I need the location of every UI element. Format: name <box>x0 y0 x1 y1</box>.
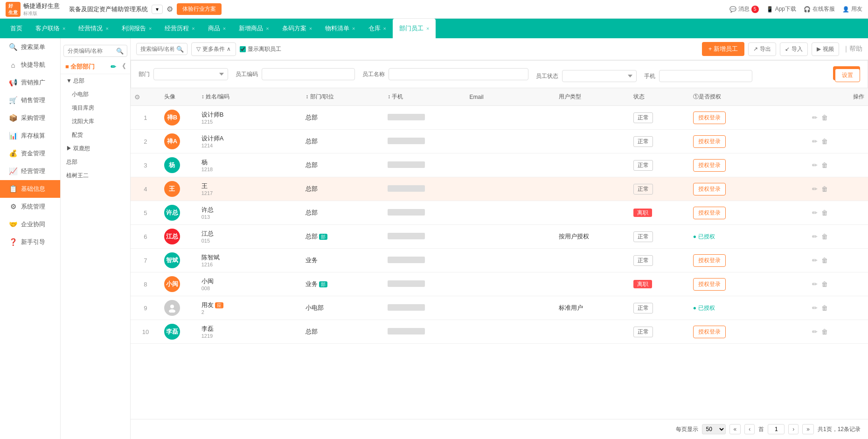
status-filter-select[interactable] <box>562 70 637 82</box>
sidebar-item-sales[interactable]: 🛒 销售管理 <box>0 91 60 109</box>
messages-btn[interactable]: 💬 消息 5 <box>729 5 759 13</box>
th-dept[interactable]: ↕ 部门/职位 <box>302 88 384 106</box>
edit-icon[interactable]: ✏ <box>812 138 818 145</box>
help-icon[interactable]: ｜帮助 <box>843 45 862 53</box>
export-btn[interactable]: ↗ 导出 <box>748 42 776 56</box>
close-icon[interactable]: × <box>309 26 312 31</box>
tab-customer[interactable]: 客户联络 × <box>29 19 72 38</box>
auth-login-btn[interactable]: 授权登录 <box>693 111 726 124</box>
dept-item-double-dream[interactable]: ▶ 双鹿想 <box>61 142 130 155</box>
edit-icon[interactable]: ✏ <box>812 233 818 240</box>
close-icon[interactable]: × <box>383 26 386 31</box>
edit-icon[interactable]: ✏ <box>812 209 818 216</box>
auth-login-btn[interactable]: 授权登录 <box>693 135 726 148</box>
page-number-input[interactable] <box>768 424 785 434</box>
delete-icon[interactable]: 🗑 <box>821 257 828 264</box>
show-resigned-checkbox[interactable]: 显示离职员工 <box>240 45 281 53</box>
dept-item-project[interactable]: 项目库房 <box>61 101 130 115</box>
edit-icon[interactable]: ✏ <box>812 304 818 312</box>
system-dropdown-btn[interactable]: ▾ <box>152 5 163 14</box>
dept-item-hq2[interactable]: 总部 <box>61 155 130 169</box>
phone-input[interactable] <box>659 70 752 82</box>
tab-material[interactable]: 物料清单 × <box>319 19 361 38</box>
close-icon[interactable]: × <box>426 26 429 31</box>
delete-icon[interactable]: 🗑 <box>821 161 828 169</box>
delete-icon[interactable]: 🗑 <box>821 185 828 193</box>
sidebar-item-collab[interactable]: 🤝 企业协同 <box>0 216 60 233</box>
edit-dept-icon[interactable]: ✏ <box>111 63 116 70</box>
dept-item-small-elec[interactable]: 小电部 <box>61 88 130 101</box>
support-btn[interactable]: 🎧 在线客服 <box>804 5 835 13</box>
search-icon[interactable]: 🔍 <box>176 46 184 53</box>
next-page-btn[interactable]: › <box>788 424 799 434</box>
import-btn[interactable]: ↙ 导入 <box>780 42 808 56</box>
delete-icon[interactable]: 🗑 <box>821 114 828 121</box>
edit-icon[interactable]: ✏ <box>812 161 818 169</box>
close-icon[interactable]: × <box>266 26 269 31</box>
close-icon[interactable]: × <box>192 26 194 31</box>
sidebar-item-guide[interactable]: ❓ 新手引导 <box>0 233 60 251</box>
user-area[interactable]: 👤 用友 <box>842 5 862 13</box>
show-resigned-input[interactable] <box>240 46 246 52</box>
close-icon[interactable]: × <box>62 26 65 31</box>
th-name[interactable]: ↕ 姓名/编码 <box>198 88 302 106</box>
tab-goods[interactable]: 商品 × <box>201 19 232 38</box>
close-icon[interactable]: × <box>105 26 108 31</box>
delete-icon[interactable]: 🗑 <box>821 138 828 145</box>
delete-icon[interactable]: 🗑 <box>821 328 828 335</box>
delete-icon[interactable]: 🗑 <box>821 280 828 288</box>
delete-icon[interactable]: 🗑 <box>821 304 828 312</box>
auth-login-btn[interactable]: 授权登录 <box>693 254 726 267</box>
tab-new-goods[interactable]: 新增商品 × <box>232 19 275 38</box>
tab-staff[interactable]: 部门员工 × <box>393 19 436 38</box>
try-btn[interactable]: 体验行业方案 <box>177 3 222 15</box>
dept-item-distribution[interactable]: 配货 <box>61 128 130 142</box>
edit-icon[interactable]: ✏ <box>812 185 818 193</box>
video-btn[interactable]: ▶ 视频 <box>812 42 839 56</box>
delete-icon[interactable]: 🗑 <box>821 209 828 216</box>
edit-icon[interactable]: ✏ <box>812 114 818 121</box>
tab-process[interactable]: 经营历程 × <box>158 19 201 38</box>
more-conditions-btn[interactable]: ▽ 更多条件 ∧ <box>191 42 236 56</box>
add-employee-btn[interactable]: + 新增员工 <box>702 42 744 56</box>
delete-icon[interactable]: 🗑 <box>821 233 828 240</box>
auth-login-btn[interactable]: 授权登录 <box>693 159 726 172</box>
prev-page-btn[interactable]: ‹ <box>744 424 755 434</box>
emp-code-input[interactable] <box>262 68 355 80</box>
close-icon[interactable]: × <box>149 26 152 31</box>
settings-icon[interactable]: ⚙ <box>167 5 173 14</box>
set-btn[interactable]: 设置 <box>835 69 860 82</box>
first-page-btn[interactable]: « <box>729 424 741 434</box>
th-phone[interactable]: ↕ 手机 <box>384 88 466 106</box>
dept-filter-select[interactable] <box>153 68 228 80</box>
tab-home[interactable]: 首页 <box>4 19 29 38</box>
dept-item-hq-root[interactable]: ▼ 总部 <box>61 74 130 88</box>
auth-login-btn[interactable]: 授权登录 <box>693 207 726 219</box>
auth-login-btn[interactable]: 授权登录 <box>693 326 726 338</box>
last-page-btn[interactable]: » <box>802 424 814 434</box>
sidebar-item-operation[interactable]: 📈 经营管理 <box>0 162 60 180</box>
tab-barcode[interactable]: 条码方案 × <box>276 19 319 38</box>
th-settings[interactable]: ⚙ <box>131 88 160 106</box>
per-page-select[interactable]: 50 100 <box>702 424 726 434</box>
edit-icon[interactable]: ✏ <box>812 328 818 335</box>
emp-name-input[interactable] <box>389 68 528 80</box>
sidebar-item-shortcut[interactable]: ⌂ 快捷导航 <box>0 56 60 74</box>
sidebar-item-finance[interactable]: 💰 资金管理 <box>0 145 60 162</box>
close-icon[interactable]: × <box>223 26 226 31</box>
edit-icon[interactable]: ✏ <box>812 280 818 288</box>
collapse-dept-btn[interactable]: 《 <box>119 63 125 71</box>
sidebar-item-marketing[interactable]: 📢 营销推广 <box>0 74 60 91</box>
edit-icon[interactable]: ✏ <box>812 257 818 264</box>
auth-login-btn[interactable]: 授权登录 <box>693 278 726 291</box>
dept-item-planting[interactable]: 植树王二 <box>61 169 130 182</box>
sidebar-item-purchase[interactable]: 📦 采购管理 <box>0 109 60 127</box>
tab-warehouse[interactable]: 仓库 × <box>362 19 393 38</box>
app-download-btn[interactable]: 📱 App下载 <box>766 5 796 13</box>
dept-item-shenyang[interactable]: 沈阳大库 <box>61 115 130 128</box>
sidebar-item-system[interactable]: ⚙ 系统管理 <box>0 198 60 216</box>
sidebar-item-search[interactable]: 🔍 搜索菜单 <box>0 38 60 56</box>
tab-business[interactable]: 经营情况 × <box>72 19 115 38</box>
sidebar-item-basic[interactable]: 📋 基础信息 <box>0 180 60 198</box>
close-icon[interactable]: × <box>352 26 355 31</box>
